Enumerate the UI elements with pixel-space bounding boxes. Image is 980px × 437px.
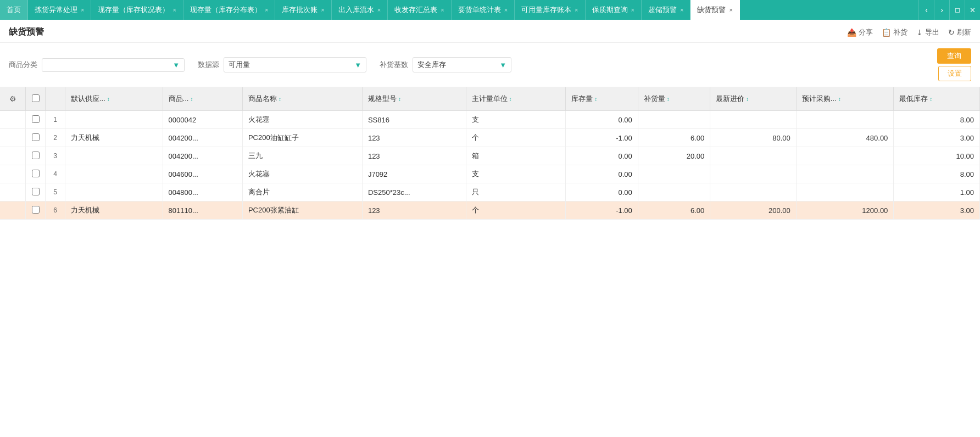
th-spec[interactable]: 规格型号 ↕ [362, 87, 466, 111]
nav-tab-close-9[interactable]: × [631, 7, 634, 13]
table-row: 6力天机械801110...PC200张紧油缸123个-1.006.00200.… [0, 201, 980, 220]
row-checkbox-5[interactable] [32, 206, 40, 214]
nav-restore-icon[interactable]: ◻ [949, 0, 965, 20]
row-checkbox-1[interactable] [32, 133, 40, 141]
nav-tab-0[interactable]: 首页 [0, 0, 28, 20]
header-actions: 📤 分享 📋 补货 ⤓ 导出 ↻ 刷新 [847, 27, 971, 37]
nav-tab-close-2[interactable]: × [172, 7, 176, 13]
replenish-base-label: 补货基数 [380, 60, 408, 70]
page-header: 缺货预警 📤 分享 📋 补货 ⤓ 导出 ↻ 刷新 [0, 20, 980, 43]
nav-tab-8[interactable]: 可用量库存账本× [515, 0, 585, 20]
nav-tab-close-5[interactable]: × [377, 7, 381, 13]
item-code-cell-2: 004200... [163, 147, 242, 165]
nav-tab-9[interactable]: 保质期查询× [586, 0, 642, 20]
row-num-5: 6 [46, 201, 65, 220]
est-purchase-cell-0 [796, 111, 894, 129]
th-est-purchase[interactable]: 预计采购... ↕ [796, 87, 894, 111]
settings-button[interactable]: 设置 [938, 66, 971, 81]
row-checkbox-0[interactable] [32, 115, 40, 123]
item-name-cell-3: 火花塞 [242, 165, 362, 183]
row-num-1: 2 [46, 129, 65, 147]
replenish-qty-cell-1: 6.00 [638, 129, 710, 147]
nav-tab-2[interactable]: 现存量（库存状况表）× [91, 0, 183, 20]
export-icon: ⤓ [916, 28, 923, 37]
nav-tab-close-4[interactable]: × [321, 7, 324, 13]
replenish-base-select[interactable]: 安全库存 ▼ [413, 57, 511, 72]
th-checkbox [26, 87, 46, 111]
th-est-purchase-label: 预计采购... [802, 94, 837, 104]
gear-icon-btn[interactable]: ⚙ [5, 92, 20, 106]
nav-tab-close-7[interactable]: × [504, 7, 508, 13]
export-label: 导出 [925, 27, 939, 37]
row-checkbox-3[interactable] [32, 170, 40, 177]
item-name-cell-2: 三九 [242, 147, 362, 165]
th-item-code[interactable]: 商品... ↕ [163, 87, 242, 111]
nav-tab-11[interactable]: 缺货预警× [691, 0, 739, 20]
filter-actions: 查询 设置 [937, 48, 971, 81]
spec-cell-1: 123 [362, 129, 466, 147]
row-gear-4 [0, 183, 26, 201]
stock-qty-cell-3: 0.00 [566, 165, 638, 183]
datasource-select[interactable]: 可用量 ▼ [224, 57, 366, 72]
row-checkbox-4[interactable] [32, 188, 40, 195]
latest-price-cell-2 [710, 147, 797, 165]
datasource-value: 可用量 [229, 60, 250, 70]
nav-tab-close-6[interactable]: × [441, 7, 444, 13]
stock-qty-cell-2: 0.00 [566, 147, 638, 165]
th-replenish-qty-label: 补货量 [644, 94, 665, 104]
default-supplier-cell-3 [65, 165, 163, 183]
select-all-checkbox[interactable] [32, 94, 40, 102]
replenish-button[interactable]: 📋 补货 [882, 27, 907, 37]
th-item-name[interactable]: 商品名称 ↕ [242, 87, 362, 111]
min-stock-cell-2: 10.00 [894, 147, 980, 165]
replenish-qty-cell-4 [638, 183, 710, 201]
stock-qty-cell-4: 0.00 [566, 183, 638, 201]
query-button[interactable]: 查询 [937, 48, 971, 64]
spec-cell-0: SS816 [362, 111, 466, 129]
item-code-cell-3: 004600... [163, 165, 242, 183]
sort-icon-code: ↕ [190, 96, 193, 102]
th-replenish-qty[interactable]: 补货量 ↕ [638, 87, 710, 111]
replenish-qty-cell-0 [638, 111, 710, 129]
nav-prev-arrow[interactable]: ‹ [918, 0, 934, 20]
th-min-stock[interactable]: 最低库存 ↕ [894, 87, 980, 111]
nav-tab-close-8[interactable]: × [575, 7, 578, 13]
spec-cell-4: DS250*23c... [362, 183, 466, 201]
row-checkbox-2[interactable] [32, 152, 40, 159]
refresh-label: 刷新 [957, 27, 971, 37]
nav-tab-1[interactable]: 拣货异常处理× [28, 0, 91, 20]
est-purchase-cell-1: 480.00 [796, 129, 894, 147]
nav-tab-close-10[interactable]: × [680, 7, 683, 13]
category-select[interactable]: ▼ [42, 58, 185, 72]
row-num-4: 5 [46, 183, 65, 201]
nav-tab-7[interactable]: 要货单统计表× [452, 0, 515, 20]
item-name-cell-4: 离合片 [242, 183, 362, 201]
nav-tab-3[interactable]: 现存量（库存分布表）× [183, 0, 275, 20]
spec-cell-3: J7092 [362, 165, 466, 183]
th-latest-price[interactable]: 最新进价 ↕ [710, 87, 797, 111]
refresh-button[interactable]: ↻ 刷新 [948, 27, 971, 37]
nav-tab-close-1[interactable]: × [81, 7, 84, 13]
th-gear: ⚙ [0, 87, 26, 111]
nav-close-icon[interactable]: ✕ [965, 0, 980, 20]
latest-price-cell-1: 80.00 [710, 129, 797, 147]
nav-next-arrow[interactable]: › [934, 0, 949, 20]
th-default-supplier[interactable]: 默认供应... ↕ [65, 87, 163, 111]
nav-tab-5[interactable]: 出入库流水× [332, 0, 388, 20]
nav-tab-close-3[interactable]: × [265, 7, 268, 13]
latest-price-cell-4 [710, 183, 797, 201]
unit-cell-3: 支 [466, 165, 566, 183]
default-supplier-cell-4 [65, 183, 163, 201]
th-unit[interactable]: 主计量单位 ↕ [466, 87, 566, 111]
export-button[interactable]: ⤓ 导出 [916, 27, 939, 37]
nav-tab-6[interactable]: 收发存汇总表× [388, 0, 451, 20]
latest-price-cell-3 [710, 165, 797, 183]
row-gear-0 [0, 111, 26, 129]
replenish-qty-cell-2: 20.00 [638, 147, 710, 165]
sort-icon-price: ↕ [746, 96, 749, 102]
nav-tab-10[interactable]: 超储预警× [642, 0, 691, 20]
nav-tab-close-11[interactable]: × [729, 7, 732, 13]
share-button[interactable]: 📤 分享 [847, 27, 873, 37]
th-stock-qty[interactable]: 库存量 ↕ [566, 87, 638, 111]
nav-tab-4[interactable]: 库存批次账× [275, 0, 331, 20]
